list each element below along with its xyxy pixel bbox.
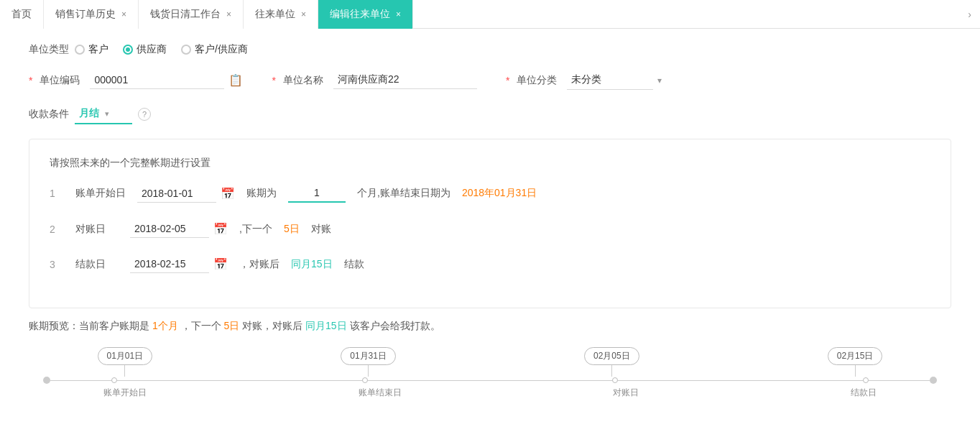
row-1-label: 账单开始日 [75, 187, 126, 200]
timeline-label-4: 结款日 [851, 387, 877, 399]
row-3-date-input[interactable] [130, 255, 209, 273]
tab-home-label: 首页 [11, 8, 32, 21]
tl-seg-0 [50, 380, 111, 381]
tab-cash-work-close[interactable]: × [226, 9, 231, 19]
timeline-connector-4 [855, 365, 856, 377]
row-2-prefix: ,下一个 [239, 223, 272, 236]
timeline-start-dot [43, 377, 50, 384]
timeline-label-1-wrap: 账单开始日 [103, 384, 147, 399]
tab-sales-history-close[interactable]: × [121, 9, 126, 19]
row-2-label: 对账日 [75, 223, 119, 236]
unit-category-group: * 单位分类 未分类 ▾ [506, 70, 662, 90]
timeline-end-dot [930, 377, 937, 384]
setting-row-1: 1 账单开始日 📅 账期为 个月,账单结束日期为 2018年01月31日 [50, 184, 930, 203]
tab-cash-work[interactable]: 钱货日清工作台 × [139, 0, 244, 29]
unit-category-star: * [506, 75, 509, 86]
row-3-num: 3 [50, 259, 64, 270]
timeline-connector-2 [368, 365, 369, 377]
tab-partner-label: 往来单位 [255, 8, 295, 21]
row-1-suffix: 个月,账单结束日期为 [357, 187, 450, 200]
unit-name-star: * [272, 75, 275, 86]
unit-type-label: 单位类型 [29, 43, 69, 56]
timeline-connector-1 [124, 365, 125, 377]
timeline-label-1: 账单开始日 [103, 387, 147, 399]
unit-name-input[interactable] [333, 71, 477, 89]
timeline-label-3: 对账日 [613, 387, 639, 399]
row-3-suffix: 结款 [344, 258, 364, 271]
timeline-node-1: 01月01日 [98, 347, 153, 377]
preview-part1: 1个月 [152, 320, 178, 331]
unit-category-chevron[interactable]: ▾ [657, 75, 662, 86]
tab-cash-work-label: 钱货日清工作台 [150, 8, 221, 21]
card-title: 请按照未来的一个完整帐期进行设置 [50, 157, 930, 170]
row-2-suffix: 对账 [311, 223, 331, 236]
setting-row-3: 3 结款日 📅 ，对账后 同月15日 结款 [50, 255, 930, 273]
row-1-num: 1 [50, 188, 64, 199]
radio-customer[interactable]: 客户 [75, 43, 108, 56]
row-3-label: 结款日 [75, 258, 119, 271]
timeline-badge-2: 01月31日 [341, 347, 396, 365]
unit-code-icon[interactable]: 📋 [228, 73, 243, 87]
condition-select-box[interactable]: 月结 ▾ [75, 104, 132, 124]
timeline-node-dot-2 [362, 377, 368, 383]
preview-part3: 同月15日 [305, 320, 347, 331]
tab-partner[interactable]: 往来单位 × [244, 0, 318, 29]
tab-arrow[interactable]: › [959, 0, 980, 28]
tab-sales-history-label: 销售订单历史 [55, 8, 116, 21]
tab-edit-partner-close[interactable]: × [396, 9, 401, 19]
row-1-date-input[interactable] [137, 185, 216, 203]
unit-code-group: * 单位编码 📋 [29, 71, 243, 89]
preview-mid2: 对账，对账后 [242, 320, 302, 331]
radio-customer-circle [75, 45, 85, 55]
radio-both-label: 客户/供应商 [195, 43, 248, 56]
radio-customer-label: 客户 [88, 43, 108, 56]
timeline-connector-3 [611, 365, 612, 377]
timeline-label-3-wrap: 对账日 [613, 384, 639, 399]
radio-both-circle [181, 45, 191, 55]
timeline-label-2-wrap: 账单结束日 [359, 384, 402, 399]
condition-chevron: ▾ [105, 109, 109, 119]
timeline-wrapper: 01月01日 01月31日 02月05日 02月15日 [29, 347, 951, 399]
unit-code-label: 单位编码 [40, 74, 80, 87]
preview-text: 账期预览：当前客户账期是 1个月 ，下一个 5日 对账，对账后 同月15日 该客… [29, 320, 951, 333]
tl-seg-3 [618, 380, 863, 381]
preview-suffix: 该客户会给我打款。 [350, 320, 440, 331]
unit-type-row: 单位类型 客户 供应商 客户/供应商 [29, 43, 951, 56]
row-2-calendar-icon[interactable]: 📅 [213, 222, 228, 236]
timeline-badge-3: 02月05日 [584, 347, 639, 365]
payment-condition-row: 收款条件 月结 ▾ ? [29, 104, 951, 124]
help-icon[interactable]: ? [138, 108, 151, 121]
unit-code-input[interactable] [90, 71, 224, 89]
tab-edit-partner[interactable]: 编辑往来单位 × [318, 0, 413, 29]
timeline-label-4-wrap: 结款日 [851, 384, 877, 399]
timeline-node-4: 02月15日 [828, 347, 883, 377]
page-content: 单位类型 客户 供应商 客户/供应商 * 单位编码 📋 * 单位名称 [0, 29, 980, 437]
unit-category-value: 未分类 [567, 70, 653, 90]
tab-home[interactable]: 首页 [0, 0, 44, 29]
unit-code-star: * [29, 75, 32, 86]
setting-row-2: 2 对账日 📅 ,下一个 5日 对账 [50, 220, 930, 238]
unit-category-label: 单位分类 [517, 74, 557, 87]
tab-partner-close[interactable]: × [301, 9, 306, 19]
settings-card: 请按照未来的一个完整帐期进行设置 1 账单开始日 📅 账期为 个月,账单结束日期… [29, 139, 951, 308]
row-2-highlight: 5日 [284, 223, 300, 236]
row-1-calendar-icon[interactable]: 📅 [221, 187, 235, 201]
row-1-highlight: 2018年01月31日 [462, 187, 537, 200]
unit-type-radio-group: 客户 供应商 客户/供应商 [75, 43, 248, 56]
row-2-date-field: 📅 [130, 220, 228, 238]
timeline-node-dot-4 [863, 377, 869, 383]
row-3-date-field: 📅 [130, 255, 228, 273]
timeline-badges-row: 01月01日 01月31日 02月05日 02月15日 [43, 347, 937, 377]
radio-supplier[interactable]: 供应商 [123, 43, 167, 56]
tab-sales-history[interactable]: 销售订单历史 × [44, 0, 139, 29]
row-3-calendar-icon[interactable]: 📅 [213, 257, 228, 271]
payment-condition-control: 月结 ▾ ? [75, 104, 151, 124]
timeline-node-3: 02月05日 [584, 347, 639, 377]
unit-name-label: 单位名称 [283, 74, 323, 87]
row-2-date-input[interactable] [130, 220, 209, 238]
row-2-num: 2 [50, 224, 64, 235]
timeline-badge-1: 01月01日 [98, 347, 153, 365]
radio-both[interactable]: 客户/供应商 [181, 43, 248, 56]
timeline-node-dot-1 [111, 377, 117, 383]
row-1-month-input[interactable] [288, 184, 346, 203]
